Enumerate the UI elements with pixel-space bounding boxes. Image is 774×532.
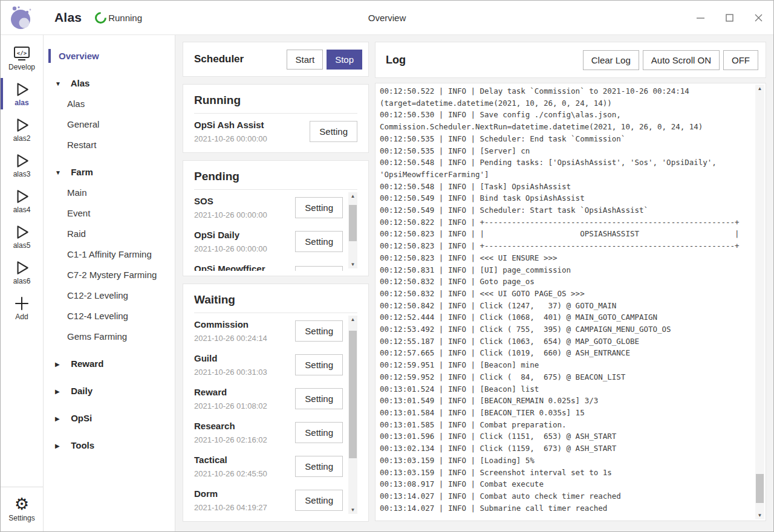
log-viewer[interactable]: 00:12:50.522 | INFO | Delay task `Commis… bbox=[375, 83, 766, 521]
log-line: 00:13:03.159 | INFO | [Loading] 5% bbox=[380, 455, 750, 467]
scroll-down-icon[interactable]: ▼ bbox=[348, 261, 357, 268]
task-info: OpSi Ash Assist 2021-10-26 00:00:00 bbox=[194, 119, 310, 143]
nav-item[interactable]: ▶ Reward bbox=[44, 354, 175, 374]
rail-item-alas[interactable]: alas bbox=[1, 76, 43, 111]
scheduler-title: Scheduler bbox=[194, 53, 287, 65]
rail-item-alas2[interactable]: alas2 bbox=[1, 112, 43, 147]
rail-item-alas5[interactable]: alas5 bbox=[1, 219, 43, 254]
task-name: Commission bbox=[194, 319, 295, 330]
nav-item[interactable]: Gems Farming bbox=[44, 326, 175, 346]
rail-item-label: Develop bbox=[8, 63, 35, 71]
page-title: Overview bbox=[368, 13, 406, 23]
waiting-scrollbar[interactable]: ▲ ▼ bbox=[348, 316, 357, 514]
task-setting-button[interactable]: Setting bbox=[295, 197, 343, 218]
alas-logo-icon bbox=[8, 4, 35, 31]
task-name: OpSi Ash Assist bbox=[194, 119, 310, 131]
nav-item[interactable]: C7-2 Mystery Farming bbox=[44, 265, 175, 285]
waiting-panel-title: Waiting bbox=[194, 293, 357, 313]
nav-item[interactable]: ▶ OpSi bbox=[44, 408, 175, 428]
log-line: 00:12:55.187 | INFO | Click (1063, 654) … bbox=[380, 336, 750, 348]
task-row: SOS 2021-10-26 00:00:00 Setting bbox=[194, 190, 357, 224]
running-panel-title: Running bbox=[194, 94, 357, 114]
rail-item-alas6[interactable]: alas6 bbox=[1, 255, 43, 290]
log-line: 00:12:50.831 | INFO | [UI] page_commissi… bbox=[380, 264, 750, 276]
close-button[interactable] bbox=[752, 11, 765, 24]
nav-item[interactable]: C12-4 Leveling bbox=[44, 306, 175, 326]
titlebar: Alas Running Overview bbox=[1, 1, 773, 35]
add-icon bbox=[13, 295, 30, 312]
task-name: Research bbox=[194, 420, 295, 432]
scroll-track[interactable] bbox=[348, 200, 357, 261]
nav-item[interactable]: C12-2 Leveling bbox=[44, 285, 175, 305]
task-info: Dorm 2021-10-26 04:19:27 bbox=[194, 488, 295, 512]
task-row: OpSi Meowfficer Farming Setting bbox=[194, 258, 357, 271]
task-setting-button[interactable]: Setting bbox=[295, 388, 343, 409]
scroll-thumb[interactable] bbox=[349, 205, 357, 241]
scheduler-status-text: Running bbox=[108, 13, 142, 23]
task-next-run-time: 2021-10-26 00:00:00 bbox=[194, 134, 310, 143]
task-setting-button[interactable]: Setting bbox=[295, 231, 343, 252]
settings-button[interactable]: ⚙ Settings bbox=[1, 487, 43, 530]
nav-item[interactable]: ▼ Alas bbox=[44, 73, 175, 93]
task-setting-button[interactable]: Setting bbox=[295, 490, 343, 511]
log-line: 00:13:01.584 | INFO | [BEACON_TIER 0.035… bbox=[380, 407, 750, 419]
scroll-down-icon[interactable]: ▼ bbox=[348, 506, 357, 514]
task-info: Guild 2021-10-26 00:31:03 bbox=[194, 352, 295, 377]
nav-item[interactable]: ▶ Tools bbox=[44, 435, 175, 455]
task-setting-button[interactable]: Setting bbox=[295, 456, 343, 477]
play-icon bbox=[13, 188, 30, 205]
rail-item-alas3[interactable]: alas3 bbox=[1, 148, 43, 183]
task-row: Dorm 2021-10-26 04:19:27 Setting bbox=[194, 482, 357, 516]
scroll-up-icon[interactable]: ▲ bbox=[348, 192, 357, 200]
task-info: SOS 2021-10-26 00:00:00 bbox=[194, 195, 295, 219]
nav-item-label: C7-2 Mystery Farming bbox=[67, 270, 157, 280]
nav-item[interactable]: C1-1 Affinity Farming bbox=[44, 244, 175, 264]
log-line: 00:12:50.535 | INFO | [Server] cn bbox=[380, 145, 750, 157]
nav-item[interactable]: ▶ Daily bbox=[44, 381, 175, 401]
rail-item-develop[interactable]: </> Develop bbox=[1, 41, 43, 76]
auto-scroll-off-button[interactable]: OFF bbox=[723, 50, 758, 70]
nav-item[interactable]: Overview bbox=[44, 46, 175, 66]
rail-item-alas4[interactable]: alas4 bbox=[1, 183, 43, 218]
nav-item[interactable]: General bbox=[44, 114, 175, 134]
nav-item[interactable]: Main bbox=[44, 183, 175, 203]
log-line: 00:12:50.832 | INFO | <<< UI GOTO PAGE_O… bbox=[380, 288, 750, 300]
nav-item[interactable]: Restart bbox=[44, 135, 175, 155]
auto-scroll-on-button[interactable]: Auto Scroll ON bbox=[643, 50, 720, 70]
scroll-track[interactable] bbox=[348, 323, 357, 506]
log-line: 00:13:01.585 | INFO | Combat preparation… bbox=[380, 419, 750, 431]
scroll-up-icon[interactable]: ▲ bbox=[348, 316, 357, 323]
start-button[interactable]: Start bbox=[287, 50, 323, 70]
nav-item[interactable]: ▼ Farm bbox=[44, 162, 175, 182]
task-setting-button[interactable]: Setting bbox=[295, 422, 343, 443]
minimize-button[interactable] bbox=[694, 11, 707, 24]
log-line: 00:12:50.823 | INFO | +-----------------… bbox=[380, 240, 750, 252]
task-setting-button[interactable]: Setting bbox=[295, 266, 343, 271]
task-setting-button[interactable]: Setting bbox=[310, 121, 357, 142]
log-line: 00:12:50.832 | INFO | Goto page_os bbox=[380, 276, 750, 288]
task-setting-button[interactable]: Setting bbox=[295, 354, 343, 375]
task-name: Dorm bbox=[194, 488, 295, 499]
scroll-down-icon[interactable]: ▼ bbox=[755, 511, 764, 519]
scroll-up-icon[interactable]: ▲ bbox=[755, 85, 764, 92]
add-config-button[interactable]: Add bbox=[1, 290, 43, 325]
pending-scrollbar[interactable]: ▲ ▼ bbox=[348, 192, 357, 268]
task-setting-button[interactable]: Setting bbox=[295, 320, 343, 342]
nav-item[interactable]: Raid bbox=[44, 224, 175, 244]
pending-panel-title: Pending bbox=[194, 170, 357, 190]
task-next-run-time: 2021-10-26 02:16:02 bbox=[194, 435, 295, 444]
nav-item-label: Raid bbox=[67, 229, 86, 239]
nav-item[interactable]: Event bbox=[44, 203, 175, 223]
stop-button[interactable]: Stop bbox=[327, 50, 362, 70]
scroll-thumb[interactable] bbox=[756, 474, 764, 504]
window-controls bbox=[694, 1, 765, 34]
task-name: Tactical bbox=[194, 454, 295, 465]
scroll-thumb[interactable] bbox=[349, 331, 357, 458]
task-info: Commission 2021-10-26 00:24:14 bbox=[194, 319, 295, 343]
maximize-button[interactable] bbox=[723, 11, 736, 24]
nav-item-label: OpSi bbox=[71, 413, 92, 423]
clear-log-button[interactable]: Clear Log bbox=[583, 50, 639, 70]
nav-item[interactable]: Alas bbox=[44, 94, 175, 114]
scroll-track[interactable] bbox=[755, 92, 764, 511]
log-scrollbar[interactable]: ▲ ▼ bbox=[755, 85, 764, 519]
